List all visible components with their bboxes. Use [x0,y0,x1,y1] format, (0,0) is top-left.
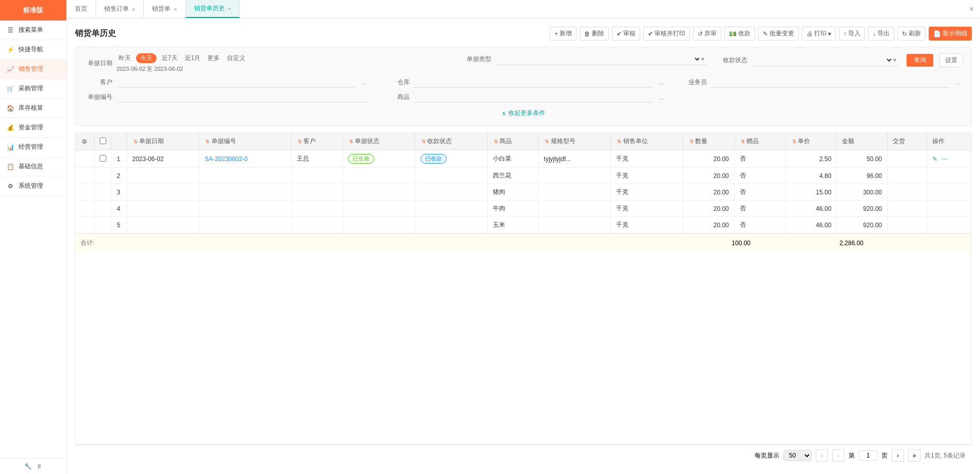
th-doc-date[interactable]: ⇅ 单据日期 [127,133,199,150]
pause-icon[interactable]: ⏸ [36,463,42,470]
settings-button[interactable]: 设置 [939,53,963,67]
cell-doc-no[interactable] [199,184,292,201]
cell-collect-status [415,168,487,184]
cell-doc-no[interactable] [199,168,292,184]
sidebar-item-basic-info[interactable]: 📋 基础信息 [0,157,66,176]
sidebar-item-purchase-mgmt[interactable]: 🛒 采购管理 [0,79,66,98]
th-unit[interactable]: ⇅ 销售单位 [611,133,683,150]
collapse-more-btn[interactable]: ∧ 收起更多条件 [502,109,545,117]
page-size-select[interactable]: 20 50 100 [783,450,812,461]
audit-print-label: 审核并打印 [655,29,685,38]
settings-bottom-icon[interactable]: 🔧 [24,463,32,470]
prev-page-button[interactable]: ‹ [832,449,844,462]
tab-sales-goods-close[interactable]: × [174,6,177,12]
th-customer[interactable]: ⇅ 客户 [292,133,343,150]
collect-button[interactable]: 💵 收款 [724,27,755,41]
staff-input[interactable] [711,77,950,88]
date-tab-custom[interactable]: 自定义 [225,53,247,63]
sidebar-item-ops-mgmt[interactable]: 📊 经营管理 [0,137,66,157]
batch-change-button[interactable]: ✎ 批量变更 [758,27,799,41]
warehouse-input[interactable] [414,77,652,88]
customer-input[interactable] [117,77,355,88]
docno-label: 单据编号 [84,93,112,102]
date-tab-more[interactable]: 更多 [205,53,222,63]
tab-home[interactable]: 首页 [67,0,96,18]
query-button[interactable]: 查询 [907,54,933,67]
audit-button[interactable]: ✔ 审核 [612,27,640,41]
cell-doc-date [127,184,199,201]
tab-bar-close-all[interactable]: × [963,5,980,14]
th-qty[interactable]: ⇅ 数量 [683,133,735,150]
customer-dots[interactable]: ... [359,79,369,86]
cell-checkbox[interactable] [94,201,111,217]
next-page-button[interactable]: › [892,449,904,462]
docno-input[interactable] [117,92,369,103]
first-page-button[interactable]: « [816,449,828,462]
audit-print-button[interactable]: ✔ 审核并打印 [643,27,690,41]
date-tab-yesterday[interactable]: 昨天 [117,53,133,63]
cell-spec [539,184,611,201]
cell-doc-no[interactable]: SA-20230602-0 [199,150,292,168]
cell-customer [292,168,343,184]
select-all-checkbox[interactable] [100,137,106,144]
last-page-button[interactable]: » [908,449,920,462]
cell-checkbox[interactable] [94,217,111,233]
import-button[interactable]: ↑ 导入 [839,27,865,41]
th-doc-status[interactable]: ⇅ 单据状态 [342,133,415,150]
delete-button[interactable]: 🗑 删除 [580,27,609,41]
tab-sales-order-close[interactable]: × [132,6,135,12]
cell-amount: 50.00 [837,150,888,168]
cell-trade [888,168,927,184]
goods-dots[interactable]: ... [657,94,666,101]
th-unit-price[interactable]: ⇅ 单价 [785,133,837,150]
cell-unit: 千克 [611,168,683,184]
warehouse-dots[interactable]: ... [657,79,666,86]
th-collect-status[interactable]: ⇅ 收款状态 [415,133,487,150]
row-checkbox[interactable] [100,155,106,162]
tab-sales-history-label: 销货单历史 [194,4,225,13]
show-detail-button[interactable]: 📄 显示明细 [929,27,972,41]
date-tab-today[interactable]: 今天 [136,53,157,63]
cell-qty: 20.00 [683,168,735,184]
page-number-input[interactable] [859,450,877,461]
sidebar-item-fund-mgmt[interactable]: 💰 资金管理 [0,118,66,137]
edit-action[interactable]: ✎ [932,155,937,163]
abandon-button[interactable]: ↺ 弃审 [693,27,721,41]
total-info: 共1页, 5条记录 [925,451,966,460]
more-action[interactable]: ⋯ [941,155,948,163]
column-settings-icon[interactable]: ⚙ [82,138,87,145]
th-checkbox[interactable] [94,133,111,150]
staff-dots[interactable]: ... [954,79,963,86]
cell-doc-no[interactable] [199,201,292,217]
collection-status-select[interactable] [752,54,893,66]
print-button[interactable]: 🖨 打印 ▾ [802,27,836,41]
cell-checkbox[interactable] [94,168,111,184]
date-tab-last1m[interactable]: 近1月 [183,53,203,63]
cell-goods: 玉米 [487,217,539,233]
export-button[interactable]: ↓ 导出 [868,27,894,41]
th-spec[interactable]: ⇅ 规格型号 [539,133,611,150]
sidebar-item-quick-nav[interactable]: ⚡ 快捷导航 [0,40,66,60]
tab-sales-order[interactable]: 销售订单 × [96,0,144,18]
date-tab-last7[interactable]: 近7天 [160,53,180,63]
th-doc-no[interactable]: ⇅ 单据编号 [199,133,292,150]
th-goods[interactable]: ⇅ 商品 [487,133,539,150]
tab-sales-goods[interactable]: 销货单 × [144,0,185,18]
sidebar-item-sys-mgmt[interactable]: ⚙ 系统管理 [0,176,66,196]
th-gear[interactable]: ⚙ [75,133,94,150]
cell-checkbox[interactable] [94,184,111,201]
tab-sales-history-close[interactable]: × [228,6,231,12]
sidebar-item-search-menu[interactable]: ☰ 搜索菜单 [0,21,66,40]
cell-customer [292,201,343,217]
refresh-button[interactable]: ↻ 刷新 [897,27,926,41]
th-gift[interactable]: ⇅ 赠品 [734,133,785,150]
cell-checkbox[interactable] [94,150,111,168]
add-button[interactable]: + 新增 [550,27,577,41]
cell-doc-no[interactable] [199,217,292,233]
doc-type-select[interactable] [495,53,702,65]
cell-spec [539,201,611,217]
goods-input[interactable] [414,92,652,103]
tab-sales-history[interactable]: 销货单历史 × [186,0,240,18]
sidebar-item-inventory[interactable]: 🏠 库存核算 [0,98,66,118]
sidebar-item-sales-mgmt[interactable]: 📈 销售管理 [0,60,66,79]
